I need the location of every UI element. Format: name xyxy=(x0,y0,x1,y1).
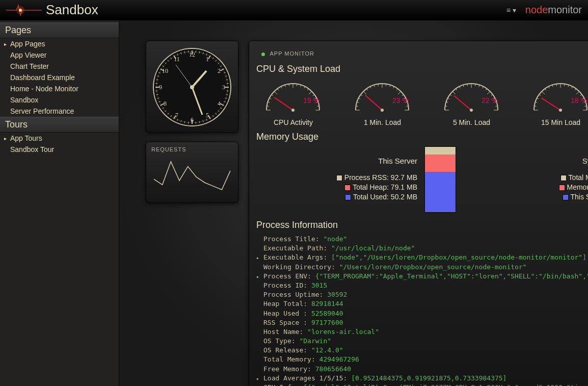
svg-point-126 xyxy=(381,109,384,112)
gauge-l15: 18 % 15 Min Load xyxy=(524,79,588,126)
memory-legend-item: Total Heap: 79.1 MB xyxy=(256,183,417,191)
svg-point-79 xyxy=(190,85,194,89)
page-title: Sandbox xyxy=(46,2,98,18)
svg-text:9: 9 xyxy=(159,84,162,91)
svg-line-139 xyxy=(475,84,476,86)
svg-text:1: 1 xyxy=(206,56,209,63)
svg-line-88 xyxy=(285,85,285,87)
sidebar-item[interactable]: App Viewer xyxy=(0,49,119,61)
svg-text:3: 3 xyxy=(222,84,225,91)
process-info-row: Host Name: "lorens-air.local" xyxy=(256,327,588,337)
process-info-row[interactable]: Executable Args: ["node","/Users/loren/D… xyxy=(256,253,588,262)
svg-point-174 xyxy=(559,109,562,112)
svg-line-119 xyxy=(398,91,401,94)
sidebar-item[interactable]: App Pages xyxy=(0,38,119,49)
svg-line-86 xyxy=(277,89,278,90)
analog-clock-icon: 1212 345 678 91011 xyxy=(151,46,233,128)
svg-text:6: 6 xyxy=(191,116,194,123)
view-menu-button[interactable]: ≡ ▾ xyxy=(506,6,516,14)
svg-line-129 xyxy=(445,106,447,107)
svg-text:19 %: 19 % xyxy=(303,96,319,105)
svg-line-109 xyxy=(363,91,366,94)
svg-text:10: 10 xyxy=(162,67,168,74)
svg-point-150 xyxy=(470,109,473,112)
svg-line-84 xyxy=(272,94,273,95)
svg-line-143 xyxy=(487,91,490,94)
svg-line-142 xyxy=(486,89,487,90)
svg-line-120 xyxy=(402,94,404,95)
sidebar-heading-pages: Pages xyxy=(0,22,119,38)
svg-line-118 xyxy=(396,89,397,90)
svg-line-89 xyxy=(289,84,289,86)
process-info-row[interactable]: Process ENV: {"TERM_PROGRAM":"Apple_Term… xyxy=(256,272,588,281)
process-info-row: Executable Path: "/usr/local/bin/node" xyxy=(256,244,588,253)
svg-line-106 xyxy=(357,102,359,102)
process-info-row: OS Type: "Darwin" xyxy=(256,337,588,346)
svg-line-160 xyxy=(552,85,553,87)
svg-text:11: 11 xyxy=(174,56,180,63)
svg-line-149 xyxy=(454,96,471,110)
sidebar-item[interactable]: Dashboard Example xyxy=(0,72,119,83)
svg-line-147 xyxy=(495,106,497,107)
process-info-row[interactable]: Load Averages 1/5/15: [0.9521484375,0.91… xyxy=(256,374,588,383)
svg-line-141 xyxy=(483,87,484,89)
memory-legend-item: Memory Used: 3.3 GB xyxy=(476,183,588,191)
gauge-l5: 22 % 5 Min. Load xyxy=(435,79,509,126)
svg-text:22 %: 22 % xyxy=(482,96,498,105)
svg-text:23 %: 23 % xyxy=(392,96,409,105)
svg-point-102 xyxy=(291,109,295,112)
svg-line-123 xyxy=(406,106,408,107)
sidebar-item[interactable]: App Tours xyxy=(0,133,119,144)
svg-line-85 xyxy=(274,91,277,94)
cpu-heading: CPU & System Load xyxy=(256,64,588,74)
svg-line-159 xyxy=(548,87,549,89)
app-monitor-title: APP MONITOR xyxy=(256,46,588,61)
svg-line-168 xyxy=(580,94,582,95)
svg-line-125 xyxy=(365,95,382,110)
svg-text:7: 7 xyxy=(175,112,178,119)
process-info-row: Working Directory: "/Users/loren/Dropbox… xyxy=(256,263,588,272)
process-info-row: OS Release: "12.4.0" xyxy=(256,346,588,355)
svg-line-107 xyxy=(359,98,361,99)
svg-line-99 xyxy=(317,106,319,107)
gauge-l1: 23 % 1 Min. Load xyxy=(345,79,419,126)
memory-legend-item: Total Used: 50.2 MB xyxy=(256,193,417,201)
svg-text:5: 5 xyxy=(206,112,209,119)
sidebar-item[interactable]: Sandbox xyxy=(0,94,119,106)
svg-line-110 xyxy=(366,89,367,90)
svg-line-87 xyxy=(281,87,282,89)
svg-line-108 xyxy=(361,94,362,95)
svg-line-135 xyxy=(459,87,460,89)
sidebar-item[interactable]: Sandbox Tour xyxy=(0,144,119,155)
sidebar-item[interactable]: Server Performance xyxy=(0,106,119,117)
topbar: Sandbox ≡ ▾ nodemonitor xyxy=(0,0,588,20)
svg-line-96 xyxy=(313,94,314,95)
memory-system: System Memory Total Memory: 4.0 GBMemory… xyxy=(476,146,588,213)
svg-line-81 xyxy=(267,106,269,107)
sidebar-item[interactable]: Home - Node Monitor xyxy=(0,83,119,94)
svg-line-105 xyxy=(356,106,358,107)
svg-line-133 xyxy=(452,91,456,94)
svg-line-164 xyxy=(568,85,569,87)
svg-text:12: 12 xyxy=(189,51,195,58)
sidebar-item[interactable]: Chart Tester xyxy=(0,61,119,72)
process-info-row: Heap Total: 82918144 xyxy=(256,299,588,308)
logo-pulse-icon xyxy=(6,3,42,18)
svg-line-163 xyxy=(565,84,565,86)
svg-line-140 xyxy=(479,85,479,87)
svg-line-117 xyxy=(393,87,394,89)
svg-line-144 xyxy=(491,94,493,95)
svg-line-94 xyxy=(307,89,308,90)
svg-line-171 xyxy=(584,106,586,107)
svg-text:8: 8 xyxy=(164,100,167,107)
process-info-list: Process Title: "node"Executable Path: "/… xyxy=(256,235,588,386)
requests-panel: REQUESTS xyxy=(146,142,238,203)
process-info-row[interactable]: CPU Info: [{"model":"Intel(R) Core(TM) i… xyxy=(256,383,588,386)
memory-legend-item: Process RSS: 92.7 MB xyxy=(256,173,417,182)
svg-line-91 xyxy=(297,84,298,86)
requests-title: REQUESTS xyxy=(146,142,238,157)
svg-line-132 xyxy=(450,94,451,95)
svg-point-1 xyxy=(19,9,22,12)
svg-text:2: 2 xyxy=(218,67,221,74)
svg-line-167 xyxy=(576,91,579,94)
